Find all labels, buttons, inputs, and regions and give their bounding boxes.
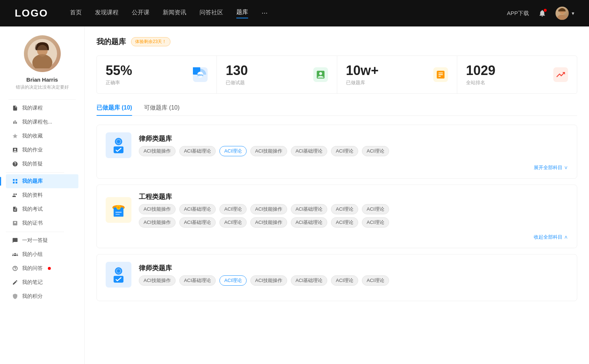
- accuracy-pie-icon: 55%: [193, 67, 208, 82]
- tag-2-ex-1[interactable]: ACI基础理论: [179, 217, 216, 228]
- nav-news[interactable]: 新闻资讯: [163, 9, 186, 18]
- certificate-icon: [12, 220, 18, 226]
- sidebar-label-qa: 我的答疑: [22, 161, 43, 167]
- sidebar-item-groups[interactable]: 我的小组: [6, 247, 78, 261]
- tag-1-5[interactable]: ACI理论: [331, 146, 358, 156]
- svg-text:55%: 55%: [197, 74, 203, 77]
- user-name: Brian Harris: [27, 76, 58, 83]
- sidebar-label-one-on-one: 一对一答疑: [22, 237, 48, 244]
- sidebar-item-my-qa[interactable]: 我的问答: [6, 261, 78, 275]
- nav-home[interactable]: 首页: [70, 9, 82, 18]
- tag-2-3[interactable]: ACI技能操作: [250, 204, 287, 214]
- tag-1-3[interactable]: ACI技能操作: [250, 146, 287, 156]
- homework-icon: [12, 147, 18, 153]
- tag-1-0[interactable]: ACI技能操作: [139, 146, 176, 156]
- stat-done-banks-text: 10w+ 已做题库: [346, 63, 427, 86]
- main-content: 我的题库 体验剩余23天！ 55% 正确率 55%: [85, 26, 589, 364]
- tab-done-banks[interactable]: 已做题库 (10): [96, 104, 132, 115]
- stat-site-rank-value: 1029: [466, 63, 547, 78]
- question-circle-icon: [12, 161, 18, 167]
- sidebar-item-my-courses[interactable]: 我的课程: [6, 101, 78, 115]
- sidebar-label-course-packages: 我的课程包...: [22, 119, 52, 125]
- notification-bell[interactable]: [536, 7, 548, 19]
- bank-name-1: 律师类题库: [139, 134, 389, 143]
- page-layout: Brian Harris 错误的决定比没有决定要好 我的课程 我的课程包...: [0, 26, 589, 364]
- stat-done-questions-label: 已做试题: [226, 79, 307, 86]
- sidebar-item-favorites[interactable]: 我的收藏: [6, 129, 78, 143]
- tag-2-5[interactable]: ACI理论: [331, 204, 358, 214]
- star-icon: [12, 133, 18, 139]
- stat-accuracy-label: 正确率: [106, 79, 187, 86]
- expand-link-1[interactable]: 展开全部科目 ∨: [534, 165, 568, 170]
- tag-2-ex-4[interactable]: ACI基础理论: [291, 217, 328, 228]
- tag-2-0[interactable]: ACI技能操作: [139, 204, 176, 214]
- group-icon: [12, 251, 18, 258]
- svg-point-12: [117, 140, 120, 143]
- sidebar-menu: 我的课程 我的课程包... 我的收藏 我的作业: [0, 101, 84, 303]
- nav-more[interactable]: ···: [261, 8, 268, 18]
- tag-2-2[interactable]: ACI理论: [219, 204, 247, 214]
- question-mark-icon: [12, 265, 18, 272]
- notification-dot: [544, 9, 547, 12]
- tag-2-6[interactable]: ACI理论: [362, 204, 389, 214]
- sidebar-label-my-courses: 我的课程: [22, 105, 43, 111]
- sidebar-label-exams: 我的考试: [22, 206, 43, 213]
- tag-3-1[interactable]: ACI基础理论: [179, 275, 216, 286]
- sidebar-label-certificates: 我的证书: [22, 220, 43, 226]
- sidebar-item-points[interactable]: 我的积分: [6, 289, 78, 303]
- done-banks-icon: [433, 67, 448, 82]
- sidebar-label-profile: 我的资料: [22, 192, 43, 199]
- tag-3-5[interactable]: ACI理论: [331, 275, 358, 286]
- sidebar-item-exams[interactable]: 我的考试: [6, 202, 78, 216]
- user-motto: 错误的决定比没有决定要好: [12, 84, 73, 90]
- collapse-link-2[interactable]: 收起全部科目 ∧: [534, 234, 568, 240]
- bank-tags-2-row2: ACI技能操作 ACI基础理论 ACI理论 ACI技能操作 ACI基础理论 AC…: [139, 217, 389, 228]
- sidebar-item-my-course-packages[interactable]: 我的课程包...: [6, 115, 78, 129]
- tab-available-banks[interactable]: 可做题库 (10): [144, 104, 180, 115]
- tag-1-4[interactable]: ACI基础理论: [291, 146, 328, 156]
- done-questions-icon: [313, 67, 328, 82]
- sidebar-item-qa[interactable]: 我的答疑: [6, 157, 78, 171]
- bank-card-lawyer-2: 律师类题库 ACI技能操作 ACI基础理论 ACI理论 ACI技能操作 ACI基…: [96, 254, 577, 301]
- svg-point-22: [117, 269, 120, 272]
- nav-question-bank[interactable]: 题库: [236, 8, 248, 18]
- nav-open-course[interactable]: 公开课: [132, 9, 149, 18]
- tag-3-4[interactable]: ACI基础理论: [291, 275, 328, 286]
- tag-1-2[interactable]: ACI理论: [219, 146, 247, 156]
- tag-1-1[interactable]: ACI基础理论: [179, 146, 216, 156]
- app-download-link[interactable]: APP下载: [507, 10, 529, 17]
- tag-2-ex-3[interactable]: ACI技能操作: [250, 217, 287, 228]
- sidebar-item-notes[interactable]: 我的笔记: [6, 275, 78, 289]
- tag-2-ex-0[interactable]: ACI技能操作: [139, 217, 176, 228]
- chat-icon: [12, 237, 18, 244]
- bank-name-2: 工程类题库: [139, 192, 389, 201]
- sidebar-label-groups: 我的小组: [22, 251, 43, 258]
- tag-2-ex-2[interactable]: ACI理论: [219, 217, 247, 228]
- sidebar-item-profile[interactable]: 我的资料: [6, 188, 78, 202]
- nav-discover[interactable]: 发现课程: [95, 9, 119, 18]
- sidebar-item-one-on-one[interactable]: 一对一答疑: [6, 233, 78, 247]
- user-avatar-header[interactable]: ▾: [556, 7, 574, 20]
- tag-2-ex-5[interactable]: ACI理论: [331, 217, 358, 228]
- tag-3-2[interactable]: ACI理论: [219, 275, 247, 286]
- sidebar-item-certificates[interactable]: 我的证书: [6, 216, 78, 230]
- tag-3-6[interactable]: ACI理论: [362, 275, 389, 286]
- tag-2-ex-6[interactable]: ACI理论: [362, 217, 389, 228]
- stat-accuracy-value: 55%: [106, 63, 187, 78]
- stat-done-questions: 130 已做试题: [217, 56, 337, 93]
- tag-3-0[interactable]: ACI技能操作: [139, 275, 176, 286]
- tag-2-4[interactable]: ACI基础理论: [291, 204, 328, 214]
- sidebar-divider-1: [8, 99, 76, 100]
- svg-rect-17: [116, 212, 122, 213]
- sidebar-item-question-bank[interactable]: 我的题库: [6, 174, 78, 188]
- tag-2-1[interactable]: ACI基础理论: [179, 204, 216, 214]
- tag-1-6[interactable]: ACI理论: [362, 146, 389, 156]
- bank-card-engineer: 工程类题库 ACI技能操作 ACI基础理论 ACI理论 ACI技能操作 ACI基…: [96, 185, 577, 248]
- header-right: APP下载 ▾: [507, 7, 574, 20]
- stat-done-banks-value: 10w+: [346, 63, 427, 78]
- site-rank-icon: [553, 67, 568, 82]
- nav-qa[interactable]: 问答社区: [200, 9, 223, 18]
- sidebar-item-homework[interactable]: 我的作业: [6, 143, 78, 157]
- sidebar: Brian Harris 错误的决定比没有决定要好 我的课程 我的课程包...: [0, 26, 85, 364]
- tag-3-3[interactable]: ACI技能操作: [250, 275, 287, 286]
